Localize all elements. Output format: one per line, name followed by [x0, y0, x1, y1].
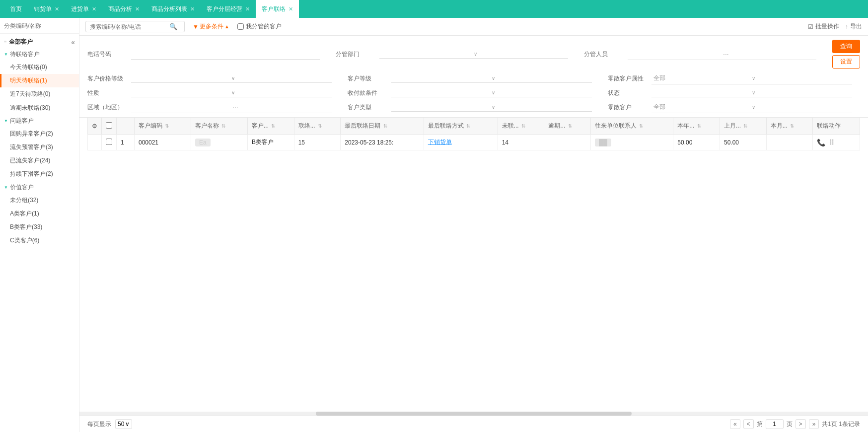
close-purchase-icon[interactable]: ✕	[92, 6, 96, 12]
close-product-analysis-list-icon[interactable]: ✕	[190, 6, 195, 12]
customer-level-label: 客户等级	[348, 74, 387, 83]
retail-attr-label: 零散客户属性	[608, 74, 648, 83]
set-button[interactable]: 设置	[832, 55, 860, 69]
batch-op-button[interactable]: ☑ 批量操作	[808, 22, 839, 31]
col-last-month[interactable]: 上月... ⇅	[720, 118, 767, 135]
nav-item-sales[interactable]: 销货单 ✕	[28, 0, 65, 18]
col-name[interactable]: 客户名称 ⇅	[191, 118, 248, 135]
phone-input[interactable]	[131, 49, 320, 60]
customer-value-level-select[interactable]: ∨	[131, 74, 332, 83]
collapse-icon: ≡	[4, 39, 7, 45]
content-area: 🔍 ▼ 更多条件 ▲ 我分管的客户 ☑ 批量操作 ↑ 导出	[79, 18, 868, 432]
next-page-button[interactable]: >	[796, 419, 806, 429]
page-number-input[interactable]	[766, 419, 784, 429]
sidebar-item-tomorrow[interactable]: 明天待联络(1)	[0, 74, 79, 87]
sidebar-item-class-a[interactable]: A类客户(1)	[0, 207, 79, 220]
sidebar-item-ungrouped[interactable]: 未分组(32)	[0, 194, 79, 207]
more-filter-button[interactable]: ▼ 更多条件 ▲	[189, 21, 233, 32]
section-value-customers[interactable]: 价值客户	[0, 181, 79, 194]
scrollbar-thumb[interactable]	[316, 412, 631, 416]
all-customers-header[interactable]: ≡ 全部客户 «	[0, 36, 79, 48]
table-row: 1 000021 Ea B类客户 15	[88, 135, 860, 150]
nav-item-home[interactable]: 首页	[4, 0, 28, 18]
more-action-icon[interactable]: ⠿	[829, 139, 834, 146]
my-customers-checkbox-wrap[interactable]: 我分管的客户	[237, 22, 282, 31]
nav-item-customer-segment[interactable]: 客户分层经营 ✕	[201, 0, 256, 18]
payment-select[interactable]: ∨	[391, 88, 592, 97]
row-checkbox[interactable]	[106, 139, 112, 145]
my-customers-checkbox[interactable]	[237, 23, 244, 30]
col-checkbox[interactable]	[102, 118, 117, 135]
col-this-year[interactable]: 本年... ⇅	[673, 118, 720, 135]
col-settings[interactable]: ⚙	[88, 118, 102, 135]
sidebar-item-overdue[interactable]: 逾期未联络(30)	[0, 101, 79, 115]
col-overdue[interactable]: 逾期... ⇅	[544, 118, 591, 135]
prev-page-button[interactable]: <	[743, 419, 754, 429]
search-input[interactable]	[90, 23, 169, 30]
sidebar-item-churned[interactable]: 已流失客户(24)	[0, 154, 79, 167]
section-pending-contact[interactable]: 待联络客户	[0, 48, 79, 61]
gender-select[interactable]: ∨	[131, 88, 332, 97]
col-not-contacted[interactable]: 未联... ⇅	[498, 118, 544, 135]
sort-year-icon: ⇅	[697, 123, 701, 129]
col-unit-contact[interactable]: 往来单位联系人 ⇅	[590, 118, 673, 135]
col-this-month[interactable]: 本月... ⇅	[766, 118, 813, 135]
sidebar-item-class-c[interactable]: C类客户(6)	[0, 234, 79, 247]
call-action-icon[interactable]: 📞	[817, 139, 825, 146]
retail-customer-select[interactable]: 全部 ∨	[651, 101, 852, 113]
toolbar-right: ☑ 批量操作 ↑ 导出	[808, 22, 862, 31]
select-all-checkbox[interactable]	[106, 122, 112, 129]
area-label: 区域（地区）	[87, 103, 127, 112]
customer-level-select[interactable]: ∨	[391, 74, 592, 83]
dept-field-wrap: 分管部门 ∨	[328, 50, 576, 59]
top-nav: 首页 销货单 ✕ 进货单 ✕ 商品分析 ✕ 商品分析列表 ✕ 客户分层经营 ✕ …	[0, 0, 868, 18]
horizontal-scrollbar[interactable]	[79, 412, 868, 416]
first-page-button[interactable]: «	[730, 419, 740, 429]
cell-action: 📞 ⠿	[813, 135, 860, 150]
sidebar-item-declining[interactable]: 持续下滑客户(2)	[0, 167, 79, 181]
nav-item-customer-contact[interactable]: 客户联络 ✕	[256, 0, 299, 18]
sidebar-item-today[interactable]: 今天待联络(0)	[0, 61, 79, 74]
close-sales-icon[interactable]: ✕	[55, 6, 59, 12]
nav-item-product-analysis[interactable]: 商品分析 ✕	[102, 0, 145, 18]
last-page-button[interactable]: »	[809, 419, 819, 429]
sidebar-search-input[interactable]	[4, 22, 78, 29]
customer-type-select[interactable]: ∨	[391, 103, 592, 112]
export-button[interactable]: ↑ 导出	[845, 22, 862, 31]
search-icon[interactable]: 🔍	[169, 23, 177, 30]
status-wrap: 状态 ∨	[600, 88, 860, 97]
person-select[interactable]: ···	[628, 49, 816, 60]
person-dots-icon[interactable]: ···	[723, 50, 812, 58]
section-problem-customers[interactable]: 问题客户	[0, 115, 79, 127]
nav-item-purchase[interactable]: 进货单 ✕	[65, 0, 102, 18]
sidebar-item-repurchase-anomaly[interactable]: 回购异常客户(2)	[0, 127, 79, 141]
col-type[interactable]: 客户... ⇅	[248, 118, 294, 135]
nav-item-product-analysis-list[interactable]: 商品分析列表 ✕	[145, 0, 201, 18]
col-last-contact-method[interactable]: 最后联络方式 ⇅	[424, 118, 498, 135]
sidebar-item-class-b[interactable]: B类客户(33)	[0, 220, 79, 234]
dept-select[interactable]: ∨	[379, 50, 568, 59]
area-dots-icon[interactable]: ···	[232, 103, 328, 111]
area-select[interactable]: ···	[131, 102, 332, 113]
sidebar-item-7days[interactable]: 近7天待联络(0)	[0, 87, 79, 101]
close-product-analysis-icon[interactable]: ✕	[135, 6, 140, 12]
status-select[interactable]: ∨	[651, 88, 852, 97]
col-last-contact-date[interactable]: 最后联络日期 ⇅	[341, 118, 424, 135]
cell-last-contact-method[interactable]: 下销货单	[424, 135, 498, 150]
col-code[interactable]: 客户编码 ⇅	[135, 118, 191, 135]
query-button[interactable]: 查询	[832, 40, 860, 53]
sort-this-month-icon: ⇅	[790, 123, 794, 129]
person-field-wrap: 分管人员 ···	[576, 49, 824, 60]
cell-checkbox[interactable]	[102, 135, 117, 150]
sort-overdue-icon: ⇅	[568, 123, 572, 129]
toolbar: 🔍 ▼ 更多条件 ▲ 我分管的客户 ☑ 批量操作 ↑ 导出	[79, 18, 868, 36]
retail-attr-select[interactable]: 全部 ∨	[651, 72, 852, 84]
close-customer-segment-icon[interactable]: ✕	[245, 6, 250, 12]
close-customer-contact-icon[interactable]: ✕	[289, 6, 293, 12]
sidebar-item-churn-warning[interactable]: 流失预警客户(3)	[0, 141, 79, 154]
page-size-select[interactable]: 50 ∨	[115, 419, 132, 429]
expand-icon[interactable]: «	[71, 38, 75, 46]
cell-num: 1	[117, 135, 135, 150]
col-contact[interactable]: 联络... ⇅	[294, 118, 341, 135]
cell-gear	[88, 135, 102, 150]
